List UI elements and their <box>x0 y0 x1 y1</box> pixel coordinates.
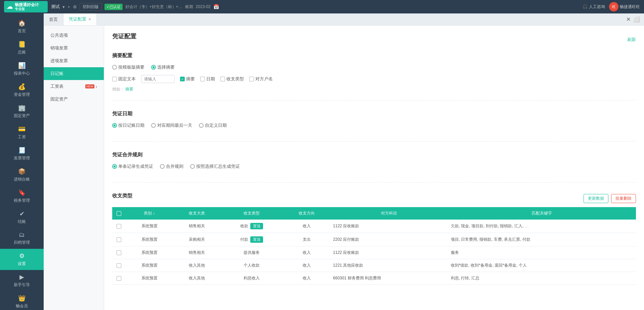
fixed-text-checkbox[interactable]: 固定文本 <box>112 76 136 82</box>
sidebar-item-purchase[interactable]: 📦 进销台账 <box>0 164 44 186</box>
consult-label: 人工咨询 <box>589 4 605 10</box>
row5-type: 利息收入 <box>221 272 283 285</box>
date-checkbox[interactable]: 日期 <box>200 76 215 82</box>
dropdown-icon[interactable]: ▾ <box>62 4 65 9</box>
top-bar-right: 🎧 人工咨询 旺 畅捷通旺旺 <box>583 2 640 11</box>
refresh-button[interactable]: 刷新 <box>627 37 636 43</box>
radio-template-circle <box>112 65 117 70</box>
radio-select-label: 选择摘要 <box>157 64 175 70</box>
sidebar-item-archive[interactable]: 🗂 归档管理 <box>0 228 44 249</box>
row4-major: 收入其他 <box>173 259 220 272</box>
sidebar-item-salary[interactable]: 💳 工资 <box>0 122 44 143</box>
radio-journal-date[interactable]: 按日记账日期 <box>112 122 144 128</box>
merge-section: 凭证合并规则 单条记录生成凭证 合并规则 按照选择汇总生成凭证 <box>112 152 636 183</box>
account-info: 好会计（专）+好生意（标）+… <box>125 4 182 10</box>
row4-type: 个人收款 <box>221 259 283 272</box>
consult-button[interactable]: 🎧 人工咨询 <box>583 4 605 10</box>
guide-icon: ▶ <box>19 273 24 281</box>
close-window-icon[interactable]: ✕ <box>626 16 631 23</box>
left-nav-fixed-assets[interactable]: 固定资产 <box>44 93 104 106</box>
switch-version-button[interactable]: 切到旧版 <box>80 3 102 11</box>
radio-total-circle <box>190 164 195 169</box>
row2-type: 付款 置顶 <box>221 233 283 246</box>
date-radio-group: 按日记账日期 对应期间最后一天 自定义日期 <box>112 122 636 128</box>
calendar-icon[interactable]: 📅 <box>213 4 219 9</box>
tab-voucher-config[interactable]: 凭证配置 × <box>63 13 97 25</box>
top-bar-title: 测试 <box>51 4 60 10</box>
row4-direction: 收入 <box>283 259 330 272</box>
radio-template[interactable]: 按模板版摘要 <box>112 64 144 70</box>
row5-subject: 660301 财务费用 利息费用 <box>330 272 448 285</box>
row2-tag-btn[interactable]: 置顶 <box>250 236 263 243</box>
row1-tag-btn[interactable]: 置顶 <box>250 223 263 229</box>
counterpart-checkbox[interactable]: 对方户名 <box>249 76 273 82</box>
radio-single[interactable]: 单条记录生成凭证 <box>112 163 153 169</box>
add-icon[interactable]: + <box>68 4 70 9</box>
user-menu[interactable]: 旺 畅捷通旺旺 <box>609 2 640 11</box>
headset-icon: 🎧 <box>583 4 588 9</box>
row1-major: 销售相关 <box>173 220 220 233</box>
radio-merge-rule[interactable]: 合并规则 <box>160 163 183 169</box>
tab-home[interactable]: 首页 <box>44 13 63 25</box>
date-title: 凭证日期 <box>112 111 636 117</box>
sidebar-item-tax[interactable]: 🔖 税务管理 <box>0 186 44 207</box>
row1-checkbox[interactable] <box>112 220 126 233</box>
user-name: 畅捷通旺旺 <box>620 4 640 10</box>
radio-custom-date[interactable]: 自定义日期 <box>199 122 227 128</box>
sidebar-item-guide[interactable]: ▶ 新手引导 <box>0 270 44 291</box>
summary-section: 摘要配置 按模板版摘要 选择摘要 <box>112 52 636 101</box>
left-nav-public[interactable]: 公共选项 <box>44 29 104 42</box>
summary-title: 摘要配置 <box>112 52 636 59</box>
maximize-icon[interactable]: ⬜ <box>633 16 640 23</box>
radio-journal-date-label: 按日记账日期 <box>118 122 144 128</box>
sidebar-item-settings[interactable]: ⚙ 设置 <box>0 249 44 270</box>
radio-period-last[interactable]: 对应期间最后一天 <box>151 122 192 128</box>
left-nav-payroll[interactable]: 工资表 NEW › <box>44 80 104 93</box>
counterpart-check-box <box>249 77 254 81</box>
left-nav-sales-invoice[interactable]: 销项发票 <box>44 42 104 54</box>
left-nav-journal[interactable]: 日记账 <box>44 67 104 80</box>
sidebar-item-assets[interactable]: 🏢 固定资产 <box>0 101 44 122</box>
row3-checkbox[interactable] <box>112 246 126 259</box>
row2-checkbox[interactable] <box>112 233 126 246</box>
batch-delete-button[interactable]: 批量删除 <box>611 194 636 203</box>
update-data-button[interactable]: 更新数据 <box>584 194 608 203</box>
left-nav-fixed-label: 固定资产 <box>50 96 68 102</box>
sidebar-item-funds[interactable]: 💰 资金管理 <box>0 80 44 101</box>
summary-check-box: ✓ <box>180 77 185 81</box>
funds-icon: 💰 <box>18 83 26 90</box>
row3-type: 提供服务 <box>221 246 283 259</box>
certified-badge: ✓已认证 <box>104 4 123 10</box>
settings-icon[interactable]: ⚙ <box>73 4 77 9</box>
radio-select[interactable]: 选择摘要 <box>151 64 175 70</box>
sidebar-item-member[interactable]: 👑 畅会员 <box>0 291 44 310</box>
row3-direction: 收入 <box>283 246 330 259</box>
period-value: 2023-02 <box>196 4 211 9</box>
summary-checkbox[interactable]: ✓ 摘要 <box>180 76 195 82</box>
merge-radio-group: 单条记录生成凭证 合并规则 按照选择汇总生成凭证 <box>112 163 636 169</box>
th-direction: 收支方向 <box>283 207 330 220</box>
logo-name: 畅捷通好会计 <box>15 2 39 7</box>
sidebar-item-settle[interactable]: ✔ 结账 <box>0 207 44 228</box>
fixed-text-box <box>112 77 117 81</box>
fixed-text-input[interactable] <box>141 75 175 83</box>
tab-close-icon[interactable]: × <box>88 16 91 22</box>
type-checkbox[interactable]: 收支类型 <box>220 76 244 82</box>
sidebar-label-guide: 新手引导 <box>14 282 30 288</box>
row4-checkbox[interactable] <box>112 259 126 272</box>
row3-keyword: 服务 <box>448 246 636 259</box>
sidebar-item-home[interactable]: 🏠 首页 <box>0 16 44 37</box>
tab-home-label: 首页 <box>49 16 58 23</box>
radio-total[interactable]: 按照选择汇总生成凭证 <box>190 163 240 169</box>
merge-title: 凭证合并规则 <box>112 152 636 158</box>
sidebar-label-member: 畅会员 <box>16 303 28 309</box>
select-all-checkbox[interactable] <box>117 211 121 216</box>
sidebar-item-reports[interactable]: 📊 报表中心 <box>0 59 44 80</box>
left-nav-sales-label: 销项发票 <box>50 45 68 51</box>
sidebar-item-ledger[interactable]: 📒 总账 <box>0 37 44 59</box>
row5-checkbox[interactable] <box>112 272 126 285</box>
left-nav-purchase-invoice[interactable]: 进项发票 <box>44 54 104 67</box>
sidebar-item-invoice[interactable]: 🧾 发票管理 <box>0 143 44 164</box>
income-expense-title: 收支类型 <box>112 193 132 199</box>
radio-template-label: 按模板版摘要 <box>118 64 144 70</box>
